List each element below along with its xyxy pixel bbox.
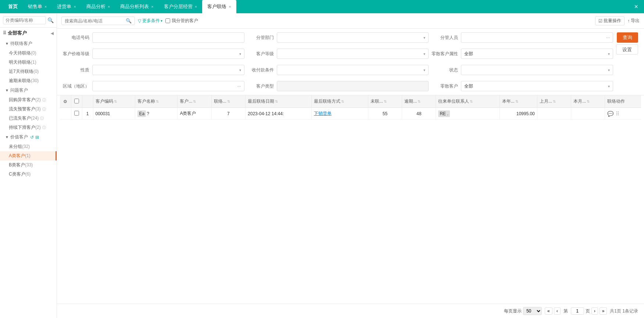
sidebar-search-input[interactable] [3, 16, 46, 24]
sidebar-group-value-customers[interactable]: ▼ 价值客户 ↺ ⊞ [0, 132, 57, 142]
nav-item-purchase-order[interactable]: 进货单 × [52, 0, 81, 13]
customer-type-input[interactable] [277, 81, 429, 91]
last-contact-method-link[interactable]: 下销货单 [314, 111, 332, 116]
sidebar-item-today[interactable]: 今天待联络(0) [0, 49, 57, 58]
nav-item-sales-order[interactable]: 销售单 × [23, 0, 52, 13]
th-company-contact[interactable]: 往来单位联系人⇅ [436, 95, 500, 108]
nav-close-customer-contact[interactable]: × [229, 4, 231, 9]
th-customer-code[interactable]: 客户编码⇅ [93, 95, 135, 108]
sort-icon-overdue: ⇅ [418, 99, 421, 103]
settings-button[interactable]: 设置 [616, 44, 638, 54]
price-level-select[interactable]: ▾ [92, 49, 244, 59]
lost-potential-count: (3) [35, 106, 41, 112]
nav-item-product-analysis-list[interactable]: 商品分析列表 × [115, 0, 158, 13]
td-last-contact-method[interactable]: 下销货单 [311, 108, 368, 120]
dept-select[interactable]: ▾ [277, 32, 429, 43]
sidebar-item-lost-potential[interactable]: 流失预警客户(3)ⓘ [0, 105, 57, 114]
sort-icon-current-month: ⇅ [587, 99, 590, 103]
th-last-month[interactable]: 上月...⇅ [537, 95, 571, 108]
filter-field-nature: 性质 ▾ [63, 65, 244, 75]
sidebar-item-unclassified[interactable]: 未分组(32) [0, 142, 57, 151]
sidebar-item-class-a[interactable]: A类客户(1) [0, 151, 57, 160]
first-page-btn[interactable]: « [545, 307, 552, 315]
page-input[interactable] [571, 307, 584, 315]
sidebar-group-problem-customers[interactable]: ▼ 问题客户 [0, 85, 57, 95]
region-select[interactable]: ··· [92, 81, 244, 91]
export-btn[interactable]: ↑ 导出 [627, 18, 640, 24]
my-customers-checkbox[interactable]: 我分管的客户 [165, 18, 198, 24]
info-icon-3: ⓘ [40, 116, 44, 120]
refresh-icon[interactable]: ↺ [30, 135, 34, 140]
retail-attr-select[interactable]: 全部 ▾ [461, 49, 613, 59]
th-no-contact[interactable]: 未联...⇅ [368, 95, 402, 108]
th-last-contact-method[interactable]: 最后联络方式⇅ [311, 95, 368, 108]
unclassified-count: (32) [22, 144, 30, 149]
sidebar-item-class-c[interactable]: C类客户(6) [0, 170, 57, 179]
manager-select[interactable]: ··· [461, 32, 613, 43]
nav-close-product-analysis[interactable]: × [108, 4, 110, 9]
next-page-btn[interactable]: › [591, 307, 598, 315]
close-all-tabs[interactable]: × [631, 3, 641, 11]
nav-close-sales-order[interactable]: × [44, 4, 47, 9]
chat-icon[interactable]: 💬 [607, 111, 613, 117]
filter-search-input[interactable] [65, 18, 126, 24]
batch-ops-btn[interactable]: ☑ 批量操作 [595, 16, 625, 25]
sidebar-item-7days[interactable]: 近7天待联络(0) [0, 67, 57, 76]
th-gear[interactable]: ⚙ [60, 95, 71, 108]
query-button[interactable]: 查询 [617, 32, 638, 43]
status-select[interactable]: ▾ [461, 65, 613, 75]
th-overdue[interactable]: 逾期...⇅ [402, 95, 436, 108]
th-last-contact-date[interactable]: 最后联络日期⇅ [246, 95, 312, 108]
th-no-contact-label: 未联... [371, 99, 383, 104]
sort-icon-type: ⇅ [193, 99, 196, 103]
table-footer: 每页显示 50 100 200 « ‹ 第 页 › » 共1页 1条记录 [57, 304, 644, 318]
th-current-year[interactable]: 本年...⇅ [500, 95, 537, 108]
last-page-btn[interactable]: » [600, 307, 607, 315]
sidebar-item-class-b[interactable]: B类客户(33) [0, 160, 57, 170]
sidebar-item-overdue[interactable]: 逾期未联络(30) [0, 76, 57, 85]
retail-customer-select[interactable]: 全部 ▾ [461, 81, 613, 91]
prev-page-btn[interactable]: ‹ [554, 307, 561, 315]
th-contact-count[interactable]: 联络...⇅ [211, 95, 245, 108]
payment-select[interactable]: ▾ [277, 65, 429, 75]
nav-item-product-analysis[interactable]: 商品分析 × [81, 0, 115, 13]
th-customer-name[interactable]: 客户名称⇅ [135, 95, 178, 108]
td-customer-name: Ea? [135, 108, 178, 120]
nav-item-home[interactable]: 首页 [3, 0, 23, 13]
th-check[interactable] [71, 95, 82, 108]
sidebar-item-continuous-decline[interactable]: 持续下滑客户(2)ⓘ [0, 123, 57, 132]
sidebar-item-lost[interactable]: 已流失客户(24)ⓘ [0, 114, 57, 123]
nature-select[interactable]: ▾ [92, 65, 244, 75]
sidebar-group-pending-contact[interactable]: ▼ 待联络客户 [0, 39, 57, 49]
nav-close-product-analysis-list[interactable]: × [151, 4, 153, 9]
value-customers-label: 价值客户 [10, 134, 28, 140]
sidebar-search-icon[interactable]: 🔍 [47, 17, 54, 23]
today-count: (0) [31, 50, 36, 56]
th-contact-action: 联络动作 [605, 95, 641, 108]
th-contact-count-label: 联络... [214, 99, 226, 104]
page-size-select[interactable]: 50 100 200 [523, 307, 542, 315]
nav-close-customer-segment[interactable]: × [195, 4, 197, 9]
nav-close-purchase-order[interactable]: × [74, 4, 76, 9]
sidebar-item-tomorrow[interactable]: 明天待联络(1) [0, 58, 57, 67]
sidebar-item-repeat-abnormal[interactable]: 回购异常客户(2)ⓘ [0, 95, 57, 105]
nav-item-customer-segment[interactable]: 客户分层经营 × [159, 0, 202, 13]
th-current-month[interactable]: 本月...⇅ [571, 95, 605, 108]
company-contact-text: RE . [438, 110, 450, 117]
td-customer-type: A类客户 [178, 108, 211, 120]
th-customer-type[interactable]: 客户...⇅ [178, 95, 211, 108]
filter-search-icon[interactable]: 🔍 [126, 18, 132, 24]
my-customers-check[interactable] [165, 18, 170, 23]
row-checkbox[interactable] [74, 111, 79, 116]
sidebar-collapse-icon[interactable]: ◀ [51, 31, 54, 35]
filter-right-actions: ☑ 批量操作 ↑ 导出 [595, 16, 640, 25]
td-check[interactable] [71, 108, 82, 120]
select-all-checkbox[interactable] [74, 99, 79, 103]
add-group-icon[interactable]: ⊞ [35, 135, 39, 140]
customer-level-select[interactable]: ▾ [277, 49, 429, 59]
phone-input[interactable] [92, 32, 244, 43]
nav-item-customer-contact[interactable]: 客户联络 × [202, 0, 236, 13]
more-conditions-btn[interactable]: ▽ 更多条件 ▾ [138, 18, 162, 24]
sidebar-all-customers[interactable]: ⠿ 全部客户 ◀ [0, 28, 57, 39]
qr-icon[interactable]: ⠿ [616, 111, 619, 117]
